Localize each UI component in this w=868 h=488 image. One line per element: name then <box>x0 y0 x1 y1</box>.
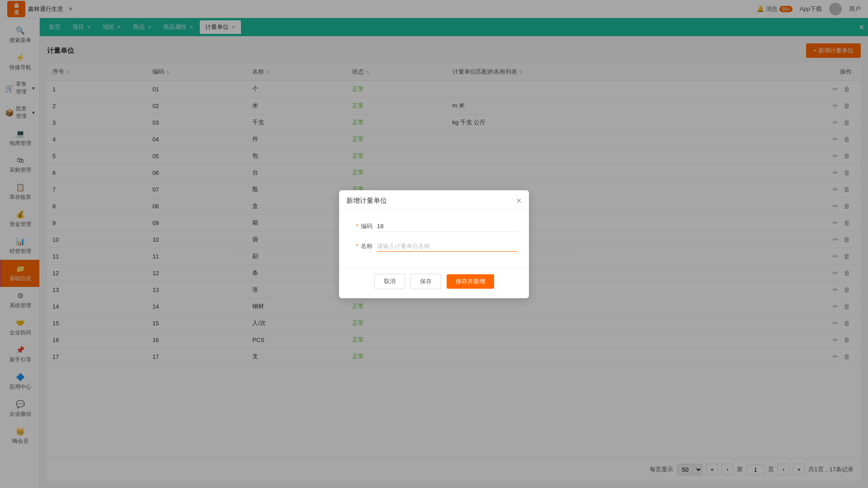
modal-title: 新增计量单位 <box>346 197 387 205</box>
save-and-new-button[interactable]: 保存并新增 <box>447 274 494 289</box>
modal-overlay[interactable]: 新增计量单位 ✕ * 编码 * 名称 取消 保存 保存并新增 <box>0 0 868 488</box>
form-label-code: * 编码 <box>350 222 373 230</box>
form-label-name: * 名称 <box>350 242 373 250</box>
modal-footer: 取消 保存 保存并新增 <box>339 268 529 298</box>
name-input[interactable] <box>377 241 518 252</box>
modal-close-button[interactable]: ✕ <box>516 197 522 205</box>
code-input[interactable] <box>377 221 518 232</box>
cancel-button[interactable]: 取消 <box>374 274 405 289</box>
form-row-name: * 名称 <box>350 241 518 252</box>
modal-header: 新增计量单位 ✕ <box>339 190 529 210</box>
form-row-code: * 编码 <box>350 221 518 232</box>
required-mark-name: * <box>356 243 358 249</box>
modal-body: * 编码 * 名称 <box>339 210 529 268</box>
add-measure-unit-modal: 新增计量单位 ✕ * 编码 * 名称 取消 保存 保存并新增 <box>339 190 529 298</box>
required-mark-code: * <box>356 223 358 230</box>
save-button[interactable]: 保存 <box>410 274 441 289</box>
